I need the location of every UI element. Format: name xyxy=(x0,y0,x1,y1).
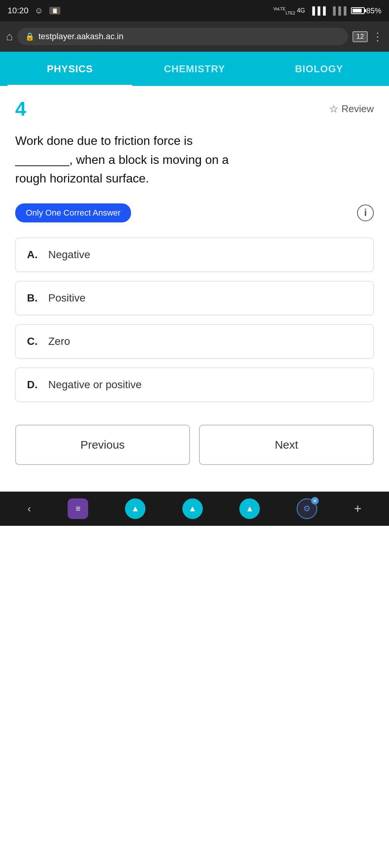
option-a-letter: A. xyxy=(27,249,41,261)
teal-app-icon-2[interactable]: ▲ xyxy=(182,498,203,519)
option-a[interactable]: A. Negative xyxy=(15,238,374,272)
nav-buttons: Previous Next xyxy=(15,425,374,465)
options-list: A. Negative B. Positive C. Zero D. Negat… xyxy=(15,238,374,402)
lock-icon: 🔒 xyxy=(25,32,35,41)
answer-type-row: Only One Correct Answer i xyxy=(15,203,374,222)
notification-icon: 📋 xyxy=(49,7,60,14)
signal-icon-2: ▐▐▐ xyxy=(330,6,346,15)
subject-tabs: PHYSICS CHEMISTRY BIOLOGY xyxy=(0,52,389,86)
teal-app-glyph-3: ▲ xyxy=(246,504,254,514)
option-c-letter: C. xyxy=(27,335,41,348)
time: 10:20 xyxy=(8,6,28,16)
option-b-text: Positive xyxy=(48,292,85,304)
teal-app-glyph-2: ▲ xyxy=(188,504,197,514)
menu-dots-icon[interactable]: ⋮ xyxy=(372,30,383,43)
previous-button[interactable]: Previous xyxy=(15,425,190,465)
purple-app-glyph: ≡ xyxy=(76,504,81,514)
option-d[interactable]: D. Negative or positive xyxy=(15,368,374,402)
whatsapp-icon: ☺ xyxy=(35,6,43,16)
question-line2: ________, when a block is moving on a xyxy=(15,153,229,167)
signal-icon: ▐▐▐ xyxy=(310,6,326,15)
browser-bar: ⌂ 🔒 testplayer.aakash.ac.in 12 ⋮ xyxy=(0,21,389,52)
review-button[interactable]: ☆ Review xyxy=(329,103,374,115)
teal-app-icon-3[interactable]: ▲ xyxy=(239,498,260,519)
plus-icon[interactable]: + xyxy=(354,501,362,516)
battery-indicator: 85% xyxy=(351,6,381,15)
option-c-text: Zero xyxy=(48,335,70,348)
option-c[interactable]: C. Zero xyxy=(15,324,374,359)
url-text: testplayer.aakash.ac.in xyxy=(38,32,123,41)
review-label: Review xyxy=(342,103,374,115)
option-d-text: Negative or positive xyxy=(48,379,142,391)
option-b[interactable]: B. Positive xyxy=(15,281,374,315)
teal-app-icon-1[interactable]: ▲ xyxy=(125,498,145,519)
info-icon[interactable]: i xyxy=(357,205,374,221)
question-text: Work done due to friction force is _____… xyxy=(15,132,374,188)
option-a-text: Negative xyxy=(48,249,90,261)
option-d-letter: D. xyxy=(27,379,41,391)
answer-type-badge: Only One Correct Answer xyxy=(15,203,131,222)
question-number: 4 xyxy=(15,97,26,120)
circle-app-icon[interactable]: ⚙ ✕ xyxy=(297,498,317,519)
bottom-taskbar: ‹ ≡ ▲ ▲ ▲ ⚙ ✕ + xyxy=(0,492,389,526)
tab-biology[interactable]: BIOLOGY xyxy=(257,52,381,86)
option-b-letter: B. xyxy=(27,292,41,304)
status-left: 10:20 ☺ 📋 xyxy=(8,6,60,16)
x-badge: ✕ xyxy=(311,497,319,505)
address-bar[interactable]: 🔒 testplayer.aakash.ac.in xyxy=(17,28,348,45)
circle-icon-glyph: ⚙ xyxy=(303,504,311,514)
main-content: 4 ☆ Review Work done due to friction for… xyxy=(0,86,389,492)
battery-percent: 85% xyxy=(366,6,381,15)
status-right: VoLTELTE2 4G ▐▐▐ ▐▐▐ 85% xyxy=(273,6,381,15)
tab-chemistry[interactable]: CHEMISTRY xyxy=(132,52,257,86)
question-header: 4 ☆ Review xyxy=(15,97,374,120)
back-chevron-icon[interactable]: ‹ xyxy=(27,503,31,515)
purple-app-icon[interactable]: ≡ xyxy=(68,498,88,519)
home-icon[interactable]: ⌂ xyxy=(6,30,13,43)
network-label: VoLTELTE2 4G xyxy=(273,6,305,15)
tab-count-badge[interactable]: 12 xyxy=(353,31,368,42)
star-icon: ☆ xyxy=(329,103,338,115)
teal-app-glyph-1: ▲ xyxy=(131,504,139,514)
status-bar: 10:20 ☺ 📋 VoLTELTE2 4G ▐▐▐ ▐▐▐ 85% xyxy=(0,0,389,21)
tab-physics[interactable]: PHYSICS xyxy=(8,52,132,86)
question-line1: Work done due to friction force is xyxy=(15,134,193,148)
question-line3: rough horizontal surface. xyxy=(15,171,149,185)
next-button[interactable]: Next xyxy=(199,425,374,465)
